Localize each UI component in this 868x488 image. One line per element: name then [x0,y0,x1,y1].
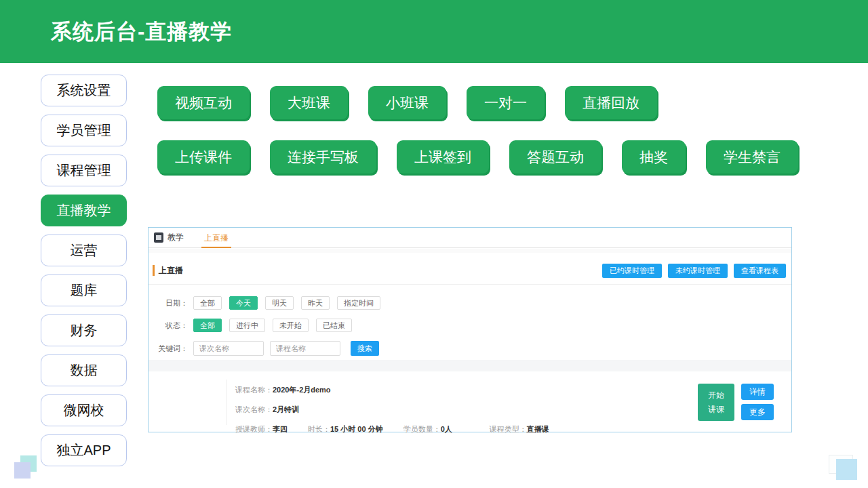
more-button[interactable]: 更多 [741,404,774,420]
sidebar-item-live-teaching[interactable]: 直播教学 [41,195,127,226]
status-filter-label: 状态： [149,321,188,331]
feature-class-checkin-button[interactable]: 上课签到 [397,140,489,174]
lesson-name-value: 2月特训 [273,405,299,415]
sidebar-item-operations[interactable]: 运营 [41,235,127,266]
unbooked-hours-management-button[interactable]: 未约课时管理 [668,264,728,278]
feature-handwriting-board-button[interactable]: 连接手写板 [270,140,376,174]
view-schedule-button[interactable]: 查看课程表 [734,264,786,278]
sidebar-item-data[interactable]: 数据 [41,354,127,386]
date-filter-label: 日期： [149,298,188,308]
status-option-all[interactable]: 全部 [193,319,222,332]
list-header-band [149,360,791,371]
page-title: 系统后台-直播教学 [51,18,232,46]
section-header: 上直播 已约课时管理 未约课时管理 查看课程表 [153,263,786,278]
date-option-tomorrow[interactable]: 明天 [265,296,294,310]
student-count-label: 学员数量： [403,424,441,434]
feature-lottery-button[interactable]: 抽奖 [622,140,686,174]
teaching-app-icon [154,232,163,243]
course-type-label: 课程类型： [490,424,527,434]
sidebar-item-standalone-app[interactable]: 独立APP [41,434,127,466]
decoration-square-blue [836,459,857,480]
feature-quiz-interaction-button[interactable]: 答题互动 [509,140,601,174]
student-count-value: 0人 [441,424,452,434]
date-option-all[interactable]: 全部 [193,296,222,310]
sidebar: 系统设置 学员管理 课程管理 直播教学 运营 题库 财务 数据 微网校 独立AP… [41,75,127,466]
section-divider [149,284,791,285]
feature-row-2: 上传课件 连接手写板 上课签到 答题互动 抽奖 学生禁言 [157,140,798,174]
feature-upload-courseware-button[interactable]: 上传课件 [157,140,250,174]
status-filter-row: 状态： 全部 进行中 未开始 已结束 [149,318,352,333]
sidebar-item-question-bank[interactable]: 题库 [41,274,127,306]
sidebar-item-student-management[interactable]: 学员管理 [41,115,127,146]
teacher-label: 授课教师： [235,424,273,434]
status-option-in-progress[interactable]: 进行中 [229,319,265,332]
feature-one-on-one-button[interactable]: 一对一 [467,86,545,119]
feature-small-class-button[interactable]: 小班课 [368,86,446,119]
date-filter-row: 日期： 全部 今天 明天 昨天 指定时间 [149,296,380,310]
sidebar-item-finance[interactable]: 财务 [41,314,127,346]
course-name-field: 课程名称： 2020年-2月demo [235,385,331,394]
keyword-filter-row: 关键词： 搜索 [149,340,379,357]
feature-large-class-button[interactable]: 大班课 [270,86,348,119]
feature-student-mute-button[interactable]: 学生禁言 [706,140,798,174]
section-accent-bar [153,265,155,276]
course-name-input[interactable] [270,341,340,356]
status-option-not-started[interactable]: 未开始 [273,319,309,332]
course-meta-line: 授课教师： 李四 时长： 15 小时 00 分钟 学员数量： 0人 课程类型： … [235,424,549,434]
section-actions: 已约课时管理 未约课时管理 查看课程表 [602,264,786,278]
detail-button[interactable]: 详情 [741,384,774,400]
tab-go-live[interactable]: 上直播 [200,228,233,248]
lesson-name-label: 课次名称： [235,405,273,415]
status-filter-options: 全部 进行中 未开始 已结束 [193,319,352,332]
sidebar-item-micro-school[interactable]: 微网校 [41,394,127,426]
admin-panel: 教学 上直播 上直播 已约课时管理 未约课时管理 查看课程表 日期： 全部 今天… [148,227,792,432]
lesson-name-field: 课次名称： 2月特训 [235,405,299,414]
date-option-today[interactable]: 今天 [229,296,258,310]
status-option-ended[interactable]: 已结束 [316,319,352,332]
feature-row-1: 视频互动 大班课 小班课 一对一 直播回放 [157,86,657,119]
sidebar-item-course-management[interactable]: 课程管理 [41,155,127,186]
booked-hours-management-button[interactable]: 已约课时管理 [602,264,662,278]
lesson-name-input[interactable] [193,341,264,356]
topbar-divider [149,249,791,253]
teaching-app-label: 教学 [167,232,184,243]
app-header: 系统后台-直播教学 [0,0,868,63]
page: 系统后台-直播教学 系统设置 学员管理 课程管理 直播教学 运营 题库 财务 数… [0,0,868,488]
keyword-filter-label: 关键词： [149,344,188,354]
teacher-value: 李四 [273,424,288,434]
date-filter-options: 全部 今天 明天 昨天 指定时间 [193,296,380,310]
start-teaching-button[interactable]: 开始讲课 [698,384,734,421]
date-option-yesterday[interactable]: 昨天 [301,296,330,310]
feature-video-interaction-button[interactable]: 视频互动 [157,86,250,119]
course-row: 直播中 课程名称： 2020年-2月demo 课次名称： 2月特训 授课教师： … [149,371,791,432]
date-option-custom-time[interactable]: 指定时间 [337,296,380,310]
sidebar-item-system-settings[interactable]: 系统设置 [41,75,127,106]
section-title: 上直播 [159,265,183,277]
panel-topbar: 教学 [149,228,791,248]
course-name-label: 课程名称： [235,385,273,395]
duration-label: 时长： [308,424,330,434]
feature-live-replay-button[interactable]: 直播回放 [565,86,657,119]
duration-value: 15 小时 00 分钟 [330,424,383,434]
course-type-value: 直播课 [527,424,549,434]
search-button[interactable]: 搜索 [351,341,379,356]
course-name-value: 2020年-2月demo [273,385,331,395]
decoration-square-lavender [14,462,31,479]
row-divider [226,380,226,425]
